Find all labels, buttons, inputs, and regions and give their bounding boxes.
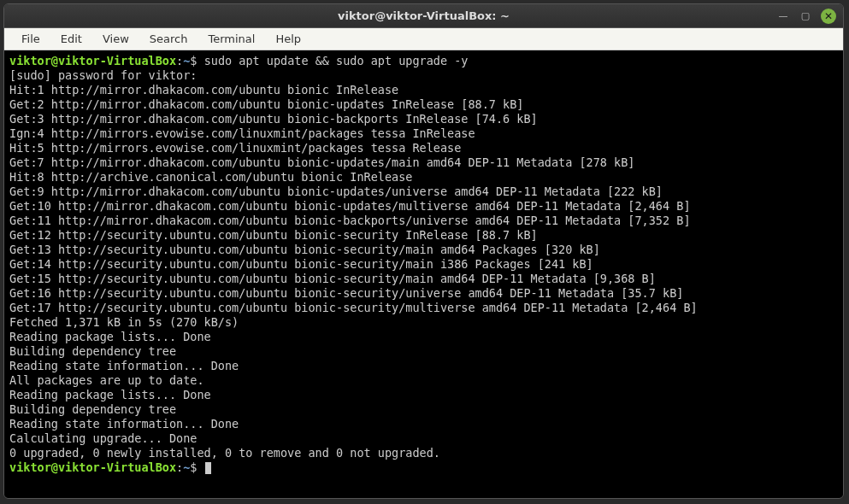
output-line: Building dependency tree (9, 402, 838, 417)
output-line: Calculating upgrade... Done (9, 431, 838, 446)
typed-command: sudo apt update && sudo apt upgrade -y (204, 54, 469, 67)
prompt-user: viktor@viktor-VirtualBox (9, 54, 176, 67)
terminal-window: viktor@viktor-VirtualBox: ~ — ▢ ✕ File E… (3, 3, 844, 499)
output-line: Get:15 http://security.ubuntu.com/ubuntu… (9, 272, 838, 286)
output-line: Get:2 http://mirror.dhakacom.com/ubuntu … (9, 97, 838, 112)
output-line: Building dependency tree (9, 344, 838, 359)
output-line: Reading state information... Done (9, 417, 838, 431)
menu-edit[interactable]: Edit (52, 30, 91, 48)
menu-help[interactable]: Help (267, 30, 310, 48)
output-line: Get:13 http://security.ubuntu.com/ubuntu… (9, 243, 838, 257)
output-line: Hit:1 http://mirror.dhakacom.com/ubuntu … (9, 83, 838, 97)
output-line: Ign:4 http://mirrors.evowise.com/linuxmi… (9, 126, 838, 141)
prompt-symbol: $ (190, 54, 203, 67)
output-line: Get:10 http://mirror.dhakacom.com/ubuntu… (9, 199, 838, 214)
terminal-output[interactable]: viktor@viktor-VirtualBox:~$ sudo apt upd… (4, 50, 843, 498)
titlebar: viktor@viktor-VirtualBox: ~ — ▢ ✕ (4, 4, 843, 28)
minimize-button[interactable]: — (776, 9, 790, 23)
window-controls: — ▢ ✕ (776, 9, 836, 24)
output-line: 0 upgraded, 0 newly installed, 0 to remo… (9, 446, 838, 460)
output-line: [sudo] password for viktor: (9, 68, 838, 83)
close-button[interactable]: ✕ (821, 9, 836, 24)
cursor (205, 462, 211, 474)
output-line: Hit:5 http://mirrors.evowise.com/linuxmi… (9, 141, 838, 155)
output-line: Get:12 http://security.ubuntu.com/ubuntu… (9, 228, 838, 243)
prompt-sep: : (176, 54, 183, 67)
maximize-button[interactable]: ▢ (799, 9, 812, 23)
output-line: All packages are up to date. (9, 373, 838, 388)
output-line: Get:16 http://security.ubuntu.com/ubuntu… (9, 286, 838, 301)
output-line: Get:7 http://mirror.dhakacom.com/ubuntu … (9, 155, 838, 170)
output-line: Reading state information... Done (9, 359, 838, 373)
output-line: Hit:8 http://archive.canonical.com/ubunt… (9, 170, 838, 185)
prompt-line: viktor@viktor-VirtualBox:~$ (9, 460, 838, 475)
prompt-sep: : (176, 460, 183, 474)
output-line: Reading package lists... Done (9, 388, 838, 402)
output-line: Get:3 http://mirror.dhakacom.com/ubuntu … (9, 112, 838, 126)
prompt-user: viktor@viktor-VirtualBox (9, 460, 176, 474)
menu-terminal[interactable]: Terminal (199, 30, 263, 48)
menu-search[interactable]: Search (141, 30, 197, 48)
command-line: viktor@viktor-VirtualBox:~$ sudo apt upd… (9, 54, 838, 68)
output-line: Fetched 1,371 kB in 5s (270 kB/s) (9, 315, 838, 330)
output-line: Get:14 http://security.ubuntu.com/ubuntu… (9, 257, 838, 272)
menu-file[interactable]: File (13, 30, 49, 48)
prompt-symbol: $ (190, 460, 203, 474)
menu-view[interactable]: View (94, 30, 138, 48)
menubar: File Edit View Search Terminal Help (4, 28, 843, 50)
output-line: Get:9 http://mirror.dhakacom.com/ubuntu … (9, 185, 838, 199)
output-line: Reading package lists... Done (9, 330, 838, 344)
output-line: Get:11 http://mirror.dhakacom.com/ubuntu… (9, 214, 838, 228)
window-title: viktor@viktor-VirtualBox: ~ (338, 9, 510, 22)
output-line: Get:17 http://security.ubuntu.com/ubuntu… (9, 301, 838, 315)
